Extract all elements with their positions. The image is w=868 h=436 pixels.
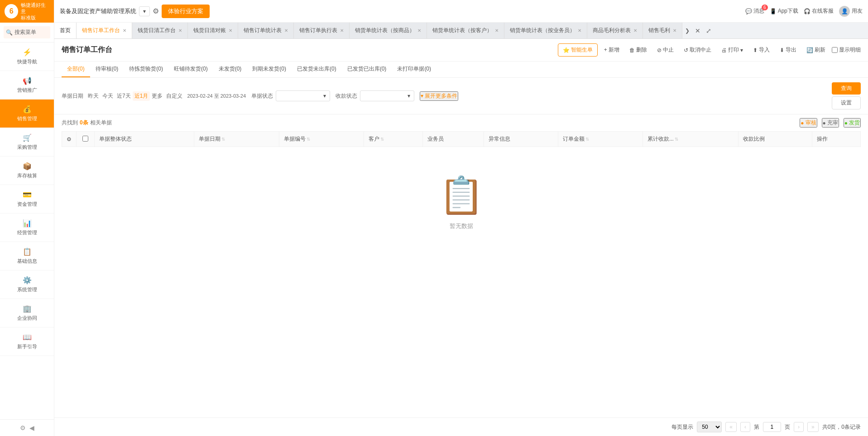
sidebar-item-guide[interactable]: 📖新手引导 xyxy=(0,327,54,356)
sub-tab-shipped-not-out[interactable]: 已发货未出库(0) xyxy=(292,62,342,77)
sub-tab-label-wangpu-pending: 旺铺待发货(0) xyxy=(174,66,208,72)
tab-close-sales-stat[interactable]: ✕ xyxy=(284,28,288,33)
date-option-近1月[interactable]: 近1月 xyxy=(133,91,150,101)
cancel-suspend-button[interactable]: ↺ 取消中止 xyxy=(680,44,715,56)
user-info[interactable]: 👤 用友 xyxy=(839,6,863,17)
tab-sales-stat-customer[interactable]: 销货单统计表（按客户）✕ xyxy=(427,23,504,39)
sidebar-item-base[interactable]: 📋基础信息 xyxy=(0,242,54,270)
tab-sales-stat[interactable]: 销售订单统计表✕ xyxy=(238,23,294,39)
tab-sales-exec[interactable]: 销售订单执行表✕ xyxy=(294,23,350,39)
tabs-close-all-button[interactable]: ✕ xyxy=(692,27,703,34)
message-action[interactable]: 💬 消息 6 xyxy=(745,7,764,15)
expand-filter-button[interactable]: ▾ 展开更多条件 xyxy=(420,91,458,101)
tab-sales-gain[interactable]: 销售毛利✕ xyxy=(643,23,682,39)
payment-select[interactable]: ▾ xyxy=(360,90,414,101)
sub-tab-not-shipped[interactable]: 未发货(0) xyxy=(213,62,247,77)
page-size-select[interactable]: 50 10 20 100 xyxy=(697,422,722,432)
industry-button[interactable]: 体验行业方案 xyxy=(162,5,210,18)
sidebar-item-inventory[interactable]: 📦库存核算 xyxy=(0,156,54,185)
revoke-button[interactable]: ● 充审 xyxy=(822,118,839,128)
sub-tab-wangpu-pending[interactable]: 旺铺待发货(0) xyxy=(168,62,213,77)
sidebar-item-purchase[interactable]: 🛒采购管理 xyxy=(0,128,54,156)
sidebar-item-system[interactable]: ⚙️系统管理 xyxy=(0,270,54,299)
online-service-action[interactable]: 🎧 在线客服 xyxy=(804,7,834,15)
tab-cash-daily[interactable]: 钱货日清工作台✕ xyxy=(132,23,188,39)
sub-tab-pending-review[interactable]: 待审核(0) xyxy=(90,62,124,77)
tab-close-sales-gain[interactable]: ✕ xyxy=(673,28,676,33)
tabs-expand-button[interactable]: ⤢ xyxy=(703,27,714,34)
import-button[interactable]: ⬆ 导入 xyxy=(749,44,773,56)
tab-close-cash-daily[interactable]: ✕ xyxy=(178,28,182,33)
tab-label-sales-exec: 销售订单执行表 xyxy=(299,27,337,34)
nav-label-sales: 销售管理 xyxy=(17,115,37,122)
sidebar-item-sales[interactable]: 💰销售管理 xyxy=(0,100,54,128)
system-dropdown-button[interactable]: ▾ xyxy=(139,6,150,16)
send-button[interactable]: ● 发货 xyxy=(844,118,861,128)
sidebar-item-enterprise[interactable]: 🏢企业协同 xyxy=(0,299,54,327)
refresh-button[interactable]: 🔄 刷新 xyxy=(803,44,829,56)
export-button[interactable]: ⬇ 导出 xyxy=(776,44,800,56)
nav-label-guide: 新手引导 xyxy=(17,343,37,350)
tab-close-cash-reconcile[interactable]: ✕ xyxy=(229,28,232,33)
show-detail-checkbox[interactable]: 显示明细 xyxy=(832,46,861,54)
date-option-今天[interactable]: 今天 xyxy=(101,91,115,101)
date-option-更多[interactable]: 更多 xyxy=(150,91,164,101)
sidebar-item-operations[interactable]: 📊经营管理 xyxy=(0,213,54,242)
search-menu-button[interactable]: 🔍 搜索菜单 xyxy=(4,26,50,38)
tab-close-sales-stat-customer[interactable]: ✕ xyxy=(495,28,499,33)
settings-icon-button[interactable]: ⚙ xyxy=(20,424,26,431)
date-sort-icon[interactable]: ⇅ xyxy=(221,137,225,142)
sub-tab-not-printed[interactable]: 未打印单据(0) xyxy=(392,62,436,77)
prev-page-button[interactable]: ‹ xyxy=(740,422,750,432)
nav-icon-finance: 💳 xyxy=(23,190,32,199)
operation-col-header: 操作 xyxy=(812,132,861,147)
number-sort-icon[interactable]: ⇅ xyxy=(307,137,310,142)
topbar: 装备及固定资产辅助管理系统 ▾ ⚙ 体验行业方案 💬 消息 6 📱 App下载 … xyxy=(54,0,868,23)
tab-close-gross-profit[interactable]: ✕ xyxy=(633,28,637,33)
tab-close-sales-exec[interactable]: ✕ xyxy=(340,28,344,33)
last-page-button[interactable]: » xyxy=(807,422,819,432)
sub-tab-shipped-out[interactable]: 已发货已出库(0) xyxy=(342,62,392,77)
tab-home[interactable]: 首页 xyxy=(54,23,77,39)
collapse-icon-button[interactable]: ◀ xyxy=(29,424,34,431)
sidebar-item-marketing[interactable]: 📢营销推广 xyxy=(0,71,54,100)
status-select[interactable]: ▾ xyxy=(276,90,330,101)
first-page-button[interactable]: « xyxy=(725,422,737,432)
collected-sort-icon[interactable]: ⇅ xyxy=(675,137,678,142)
page-number-input[interactable] xyxy=(763,422,781,432)
tab-cash-reconcile[interactable]: 钱货日清对账✕ xyxy=(188,23,238,39)
gear-button[interactable]: ⚙ xyxy=(153,7,159,15)
tab-sales-stat-product[interactable]: 销货单统计表（按商品）✕ xyxy=(350,23,427,39)
date-option-昨天[interactable]: 昨天 xyxy=(86,91,101,101)
sub-tab-pending-inspect[interactable]: 待拣货验货(0) xyxy=(124,62,168,77)
sidebar-item-finance[interactable]: 💳资金管理 xyxy=(0,185,54,213)
ai-generate-button[interactable]: ⭐ 智能生单 xyxy=(558,43,598,57)
sidebar-nav: ⚡快捷导航📢营销推广💰销售管理🛒采购管理📦库存核算💳资金管理📊经营管理📋基础信息… xyxy=(0,43,54,356)
select-all-checkbox[interactable] xyxy=(82,136,88,142)
tab-close-sales-stat-salesman[interactable]: ✕ xyxy=(578,28,581,33)
query-button[interactable]: 查询 xyxy=(832,82,861,95)
delete-button[interactable]: 🗑 删除 xyxy=(626,44,651,56)
print-button[interactable]: 🖨 打印 ▾ xyxy=(718,44,747,56)
amount-sort-icon[interactable]: ⇅ xyxy=(585,137,589,142)
tab-sales-order[interactable]: 销售订单工作台✕ xyxy=(77,23,132,39)
tab-close-sales-stat-product[interactable]: ✕ xyxy=(417,28,421,33)
next-page-button[interactable]: › xyxy=(794,422,804,432)
sub-tab-all[interactable]: 全部(0) xyxy=(62,62,90,77)
add-button[interactable]: + 新增 xyxy=(600,44,623,56)
suspend-button[interactable]: ⊘ 中止 xyxy=(653,44,677,56)
sidebar-item-quick-nav[interactable]: ⚡快捷导航 xyxy=(0,43,54,71)
nav-label-base: 基础信息 xyxy=(17,258,37,265)
date-option-自定义[interactable]: 自定义 xyxy=(164,91,184,101)
app-download-action[interactable]: 📱 App下载 xyxy=(770,7,798,15)
tab-gross-profit[interactable]: 商品毛利分析表✕ xyxy=(587,23,643,39)
set-button[interactable]: 设置 xyxy=(832,96,861,109)
sub-tab-expired-not-shipped[interactable]: 到期未发货(0) xyxy=(247,62,292,77)
tab-sales-stat-salesman[interactable]: 销货单统计表（按业务员）✕ xyxy=(504,23,587,39)
date-option-近7天[interactable]: 近7天 xyxy=(115,91,133,101)
customer-sort-icon[interactable]: ⇅ xyxy=(380,137,384,142)
logo-icon: 6 xyxy=(5,4,18,19)
tabs-more-button[interactable]: ❯ xyxy=(682,28,692,34)
tab-close-sales-order[interactable]: ✕ xyxy=(123,28,126,33)
audit-button[interactable]: ● 审核 xyxy=(800,118,817,128)
